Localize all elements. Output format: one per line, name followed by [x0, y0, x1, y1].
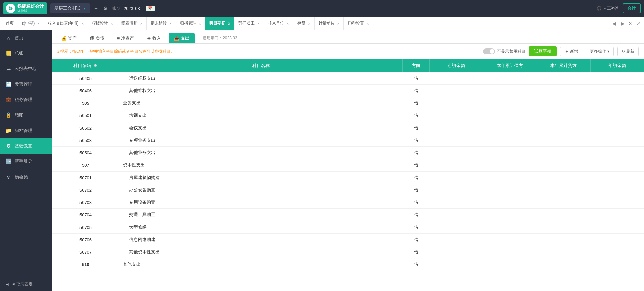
cell-year-balance[interactable]: [590, 109, 644, 122]
tab-tax-close[interactable]: ×: [140, 21, 142, 26]
tab-template-close[interactable]: ×: [111, 21, 113, 26]
cell-ytd-credit[interactable]: [537, 159, 590, 172]
table-row[interactable]: 50705大型修缮借: [52, 221, 644, 234]
filter-tab-expense[interactable]: 📤 支出: [169, 33, 195, 43]
table-row[interactable]: 50703专用设备购置借: [52, 196, 644, 209]
tab-currency-close[interactable]: ×: [367, 21, 369, 26]
table-row[interactable]: 50504其他业务支出借: [52, 147, 644, 159]
refresh-button[interactable]: ↻ 刷新: [617, 47, 639, 56]
calendar-icon[interactable]: 📅: [146, 6, 155, 11]
cell-ytd-credit[interactable]: [537, 246, 590, 258]
tab-tax[interactable]: 税表清册 ×: [117, 17, 147, 30]
cell-period-balance[interactable]: [429, 172, 483, 184]
cell-period-balance[interactable]: [429, 234, 483, 246]
cell-ytd-credit[interactable]: [537, 85, 590, 97]
table-row[interactable]: 50701房屋建筑物购建借: [52, 172, 644, 184]
more-actions-button[interactable]: 更多操作 ▾: [586, 47, 614, 56]
tab-counterpart[interactable]: 往来单位 ×: [264, 17, 293, 30]
cell-year-balance[interactable]: [590, 196, 644, 209]
cell-ytd-debit[interactable]: [483, 97, 537, 109]
table-row[interactable]: 50707其他资本性支出借: [52, 246, 644, 258]
tab-unit-close[interactable]: ×: [337, 21, 339, 26]
cell-year-balance[interactable]: [590, 147, 644, 159]
cell-period-balance[interactable]: [429, 246, 483, 258]
cell-year-balance[interactable]: [590, 258, 644, 271]
sidebar-toggle-pin[interactable]: ◄ ◄ 取消固定: [0, 277, 52, 291]
filter-tab-asset[interactable]: 💰 资产: [56, 33, 82, 43]
tab-counterpart-close[interactable]: ×: [287, 21, 289, 26]
cell-ytd-credit[interactable]: [537, 221, 590, 234]
tab-inventory[interactable]: 存货 ×: [293, 17, 314, 30]
tab-template[interactable]: 模版设计 ×: [88, 17, 117, 30]
table-row[interactable]: 50405运送维权支出借: [52, 72, 644, 85]
cell-period-balance[interactable]: [429, 122, 483, 134]
cell-ytd-debit[interactable]: [483, 184, 537, 196]
cell-year-balance[interactable]: [590, 234, 644, 246]
cell-ytd-credit[interactable]: [537, 172, 590, 184]
cell-ytd-debit[interactable]: [483, 122, 537, 134]
tab-scroll-right[interactable]: ▶: [619, 19, 626, 28]
cell-ytd-credit[interactable]: [537, 209, 590, 221]
cell-ytd-credit[interactable]: [537, 184, 590, 196]
table-row[interactable]: 50503专项业务支出借: [52, 134, 644, 147]
cell-period-balance[interactable]: [429, 109, 483, 122]
cell-period-balance[interactable]: [429, 184, 483, 196]
add-subject-button[interactable]: ＋ 新增: [560, 47, 582, 56]
table-row[interactable]: 50501培训支出借: [52, 109, 644, 122]
toggle-track[interactable]: [483, 48, 495, 54]
tab-period[interactable]: έ(中期) ×: [18, 17, 44, 30]
sidebar-item-guide[interactable]: 🆕 新手引导: [0, 154, 52, 169]
cell-ytd-debit[interactable]: [483, 196, 537, 209]
cell-ytd-credit[interactable]: [537, 97, 590, 109]
cell-ytd-debit[interactable]: [483, 258, 537, 271]
cell-year-balance[interactable]: [590, 221, 644, 234]
filter-tab-net-asset[interactable]: ≡ 净资产: [112, 33, 139, 43]
filter-tab-income[interactable]: ⊕ 收入: [142, 33, 166, 43]
cell-year-balance[interactable]: [590, 85, 644, 97]
table-row[interactable]: 510其他支出借: [52, 258, 644, 271]
tab-archive[interactable]: 归档管理 ×: [176, 17, 205, 30]
cell-ytd-credit[interactable]: [537, 234, 590, 246]
cell-period-balance[interactable]: [429, 147, 483, 159]
settings-icon[interactable]: ⚙: [102, 4, 109, 12]
company-selector[interactable]: 基层工会测试 ▼: [50, 3, 90, 13]
sidebar-item-home[interactable]: ⌂ 首页: [0, 30, 52, 46]
cell-year-balance[interactable]: [590, 134, 644, 147]
filter-tab-liability[interactable]: 债 负债: [85, 33, 109, 43]
add-company-button[interactable]: ＋: [93, 5, 99, 12]
cell-ytd-credit[interactable]: [537, 196, 590, 209]
cell-year-balance[interactable]: [590, 97, 644, 109]
cell-period-balance[interactable]: [429, 159, 483, 172]
account-button[interactable]: 会计: [623, 3, 641, 13]
cell-period-balance[interactable]: [429, 97, 483, 109]
tab-period-close[interactable]: ×: [37, 21, 39, 26]
tab-department[interactable]: 部门员工 ×: [234, 17, 264, 30]
sidebar-item-ledger[interactable]: 📒 总账: [0, 46, 52, 61]
cell-year-balance[interactable]: [590, 209, 644, 221]
sidebar-item-close[interactable]: 🔒 结账: [0, 107, 52, 123]
cell-period-balance[interactable]: [429, 72, 483, 85]
cell-year-balance[interactable]: [590, 72, 644, 85]
cell-ytd-credit[interactable]: [537, 122, 590, 134]
cell-year-balance[interactable]: [590, 172, 644, 184]
cell-ytd-debit[interactable]: [483, 172, 537, 184]
cell-year-balance[interactable]: [590, 184, 644, 196]
table-row[interactable]: 50706信息网络购建借: [52, 234, 644, 246]
cell-ytd-debit[interactable]: [483, 246, 537, 258]
cell-ytd-credit[interactable]: [537, 147, 590, 159]
cell-ytd-debit[interactable]: [483, 159, 537, 172]
tab-department-close[interactable]: ×: [257, 21, 259, 26]
cell-ytd-debit[interactable]: [483, 221, 537, 234]
cell-ytd-debit[interactable]: [483, 147, 537, 159]
toggle-disabled-subjects[interactable]: 不显示禁用科目: [483, 48, 525, 54]
cell-ytd-debit[interactable]: [483, 209, 537, 221]
tab-unit[interactable]: 计量单位 ×: [315, 17, 344, 30]
tab-income-close[interactable]: ×: [82, 21, 84, 26]
sidebar-item-archive[interactable]: 📁 归档管理: [0, 123, 52, 138]
sidebar-item-report[interactable]: ☁ 云报表中心: [0, 61, 52, 77]
cell-period-balance[interactable]: [429, 134, 483, 147]
cell-ytd-debit[interactable]: [483, 85, 537, 97]
cell-ytd-debit[interactable]: [483, 234, 537, 246]
cell-year-balance[interactable]: [590, 246, 644, 258]
table-row[interactable]: 50702办公设备购置借: [52, 184, 644, 196]
